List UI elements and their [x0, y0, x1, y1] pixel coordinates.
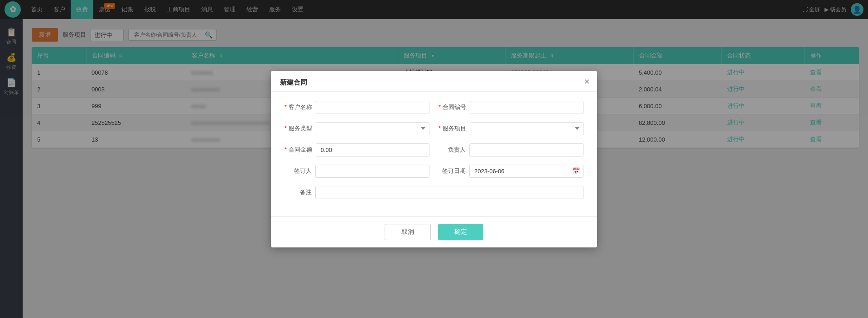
- field-sign-date: 签订日期 📅: [439, 165, 583, 178]
- service-type-label: 服务类型: [285, 124, 312, 133]
- form-row-1: 客户名称 合同编号: [285, 101, 583, 114]
- form-row-5: 备注: [285, 186, 583, 199]
- modal-overlay: 新建合同 ✕ 客户名称 合同编号 服务类型: [0, 0, 868, 318]
- amount-label: 合同金额: [285, 146, 312, 154]
- calendar-icon[interactable]: 📅: [572, 167, 580, 175]
- field-amount: 合同金额: [285, 143, 429, 157]
- modal-footer: 取消 确定: [271, 216, 597, 247]
- field-service-type: 服务类型: [285, 122, 429, 135]
- field-contract-no: 合同编号: [439, 101, 583, 114]
- field-customer: 客户名称: [285, 101, 429, 114]
- responsible-label: 负责人: [439, 146, 466, 154]
- form-row-3: 合同金额 负责人: [285, 143, 583, 157]
- customer-label: 客户名称: [285, 103, 312, 111]
- form-row-2: 服务类型 服务项目: [285, 122, 583, 135]
- modal-body: 客户名称 合同编号 服务类型 服务项目: [271, 92, 597, 216]
- remark-input[interactable]: [315, 186, 583, 199]
- date-input-wrap: 📅: [469, 165, 583, 178]
- sign-date-input[interactable]: [469, 165, 583, 178]
- signer-input[interactable]: [315, 165, 429, 178]
- service-item-select[interactable]: [470, 122, 583, 135]
- field-signer: 签订人: [285, 165, 429, 178]
- signer-label: 签订人: [285, 167, 312, 175]
- modal-close-button[interactable]: ✕: [584, 77, 590, 86]
- field-remark: 备注: [285, 186, 583, 199]
- amount-input[interactable]: [316, 143, 429, 157]
- confirm-button[interactable]: 确定: [438, 224, 483, 240]
- new-contract-modal: 新建合同 ✕ 客户名称 合同编号 服务类型: [271, 71, 597, 247]
- form-row-4: 签订人 签订日期 📅: [285, 165, 583, 178]
- service-type-select[interactable]: [316, 122, 429, 135]
- contract-no-label: 合同编号: [439, 103, 466, 111]
- field-service-item: 服务项目: [439, 122, 583, 135]
- remark-label: 备注: [285, 188, 312, 196]
- sign-date-label: 签订日期: [439, 167, 466, 175]
- service-item-label: 服务项目: [439, 124, 466, 133]
- customer-name-input[interactable]: [316, 101, 429, 114]
- modal-title: 新建合同: [271, 71, 597, 92]
- contract-no-input[interactable]: [470, 101, 583, 114]
- field-responsible: 负责人: [439, 143, 583, 157]
- cancel-button[interactable]: 取消: [385, 224, 431, 240]
- responsible-input[interactable]: [469, 143, 583, 157]
